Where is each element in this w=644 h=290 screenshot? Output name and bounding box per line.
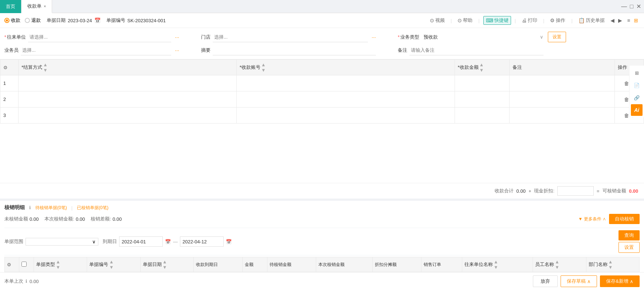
row-2-notes[interactable] bbox=[509, 91, 615, 107]
column-settings-icon[interactable]: ⚙ bbox=[3, 65, 8, 70]
discount-label: 现金折扣: bbox=[534, 188, 554, 194]
ai-icon: Ai bbox=[634, 107, 639, 113]
plus-sign: + bbox=[529, 188, 531, 194]
verify-settings-btn[interactable]: 设置 bbox=[619, 242, 640, 253]
row-3-notes[interactable] bbox=[509, 107, 615, 124]
help-label: 帮助 bbox=[463, 17, 472, 24]
vth-amount: 金额 bbox=[243, 257, 267, 272]
cal-from-icon[interactable]: 📅 bbox=[165, 239, 171, 244]
video-btn[interactable]: ⊙ 视频 bbox=[428, 16, 447, 24]
view-list-btn[interactable]: ≡ bbox=[626, 17, 632, 24]
row-2-delete-icon[interactable]: 🗑 bbox=[624, 97, 629, 102]
table-row: 1 🗑 ⊕ bbox=[0, 75, 644, 91]
save-new-btn[interactable]: 保存&新增 ∧ bbox=[600, 275, 640, 287]
nav-prev-btn[interactable]: ◀ bbox=[610, 17, 614, 23]
notes-label: 备注 bbox=[398, 47, 407, 54]
due-date-from[interactable] bbox=[119, 236, 163, 247]
nav-next-btn[interactable]: ▶ bbox=[618, 17, 622, 23]
radio-receipt[interactable]: 收款 bbox=[4, 17, 20, 24]
stat-unchecked-value: 0.00 bbox=[30, 216, 39, 222]
salesperson-input[interactable] bbox=[21, 45, 171, 55]
total-label: 收款合计 bbox=[495, 188, 514, 194]
row-2-account[interactable] bbox=[236, 91, 455, 107]
sidebar-link-icon[interactable]: 🔗 bbox=[631, 92, 643, 103]
business-type-arrow[interactable]: ∨ bbox=[540, 34, 543, 40]
row-2-payment[interactable] bbox=[19, 91, 237, 107]
row-3-amount[interactable] bbox=[455, 107, 509, 124]
tab-close-icon[interactable]: × bbox=[44, 4, 46, 8]
vth-employee: 员工名称 ▲▼ bbox=[533, 257, 586, 272]
operate-btn[interactable]: ⚙ 操作 bbox=[548, 16, 568, 24]
row-3-no: 3 bbox=[0, 107, 19, 124]
search-btn[interactable]: 查询 bbox=[619, 230, 640, 240]
shortcut-btn[interactable]: ⌨ 快捷键 bbox=[483, 16, 511, 25]
save-draft-btn[interactable]: 保存草稿 ∧ bbox=[561, 275, 597, 287]
th-account: *收款账号 ▲▼ bbox=[236, 60, 455, 75]
verify-col-settings-icon[interactable]: ⚙ bbox=[7, 262, 11, 267]
radio-refund[interactable]: 退款 bbox=[25, 17, 41, 24]
link-icon: 🔗 bbox=[634, 95, 640, 101]
help-btn[interactable]: ⊙ 帮助 bbox=[455, 16, 475, 24]
cal-to-icon[interactable]: 📅 bbox=[226, 239, 232, 244]
stat-diff-value: 0.00 bbox=[113, 216, 122, 222]
verify-table-header: ⚙ 单据类型 ▲▼ bbox=[5, 257, 640, 272]
due-date-to[interactable] bbox=[180, 236, 224, 247]
row-1-notes[interactable] bbox=[509, 75, 615, 91]
from-unit-input[interactable] bbox=[28, 32, 171, 42]
discount-input[interactable] bbox=[557, 186, 594, 196]
view-grid-btn[interactable]: ⊞ bbox=[632, 17, 640, 24]
auto-verify-btn[interactable]: 自动核销 bbox=[609, 214, 640, 224]
th-amount-label: *收款金额 bbox=[458, 64, 479, 71]
tab-receipt[interactable]: 收款单 × bbox=[21, 0, 52, 13]
row-2-amount[interactable] bbox=[455, 91, 509, 107]
tab-home[interactable]: 首页 bbox=[0, 0, 21, 13]
range-filter: 单据范围 ∨ bbox=[4, 238, 98, 246]
row-3-account[interactable] bbox=[236, 107, 455, 124]
maximize-btn[interactable]: □ bbox=[630, 3, 633, 10]
result-label: 可核销金额 bbox=[602, 188, 626, 194]
th-amount: *收款金额 ▲▼ bbox=[455, 60, 509, 75]
save-draft-arrow: ∧ bbox=[587, 279, 591, 284]
row-3-delete-icon[interactable]: 🗑 bbox=[624, 113, 629, 118]
notes-input[interactable] bbox=[409, 45, 543, 55]
stat-diff-label: 核销差额: bbox=[91, 216, 111, 222]
minimize-btn[interactable]: — bbox=[621, 3, 627, 10]
right-sidebar: ⊞ 📄 🔗 Ai bbox=[629, 66, 644, 117]
row-3-payment[interactable] bbox=[19, 107, 237, 124]
row-1-amount[interactable] bbox=[455, 75, 509, 91]
sidebar-doc-icon[interactable]: 📄 bbox=[631, 79, 643, 91]
toolbar: 收款 退款 单据日期 2023-03-24 📅 单据编号 SK-20230324… bbox=[0, 13, 644, 28]
row-1-payment[interactable] bbox=[19, 75, 237, 91]
history-btn[interactable]: 📋 历史单据 bbox=[576, 16, 607, 24]
summary-input[interactable] bbox=[213, 45, 376, 55]
salesperson-more-btn[interactable]: ··· bbox=[175, 47, 179, 53]
business-type-field: 业务类型 预收款 ∨ bbox=[398, 34, 543, 40]
last-info-icon[interactable]: ℹ bbox=[25, 279, 27, 284]
sidebar-ai-icon[interactable]: Ai bbox=[631, 104, 643, 116]
from-unit-more-btn[interactable]: ··· bbox=[175, 34, 179, 40]
abandon-btn[interactable]: 放弃 bbox=[533, 275, 558, 287]
more-filter-btn[interactable]: ▼ 更多条件 ∧ bbox=[578, 216, 606, 222]
close-btn[interactable]: ✕ bbox=[636, 3, 641, 10]
select-all-checkbox[interactable] bbox=[21, 262, 27, 267]
window-controls: — □ ✕ bbox=[621, 3, 644, 10]
sidebar-table-icon[interactable]: ⊞ bbox=[631, 67, 643, 79]
range-select[interactable]: ∨ bbox=[25, 238, 98, 246]
verify-tab-done[interactable]: 已核销单据(0笔) bbox=[77, 205, 109, 211]
verify-title: 核销明细 bbox=[4, 204, 25, 211]
verify-info-icon[interactable]: ℹ bbox=[29, 205, 31, 210]
save-new-arrow: ∧ bbox=[630, 279, 633, 284]
row-1-delete-icon[interactable]: 🗑 bbox=[624, 81, 629, 86]
store-more-btn[interactable]: ··· bbox=[372, 34, 376, 40]
verify-tab-pending[interactable]: 待核销单据(0笔) bbox=[35, 205, 67, 211]
row-1-account[interactable] bbox=[236, 75, 455, 91]
due-date-label: 到期日 bbox=[103, 238, 117, 245]
range-select-arrow: ∨ bbox=[92, 239, 96, 244]
store-input[interactable] bbox=[213, 32, 368, 42]
calendar-icon[interactable]: 📅 bbox=[94, 17, 101, 23]
vth-discount: 折扣分摊额 bbox=[373, 257, 421, 272]
settings-btn[interactable]: 设置 bbox=[548, 32, 566, 42]
vth-type: 单据类型 ▲▼ bbox=[34, 257, 87, 272]
th-notes: 备注 bbox=[509, 60, 615, 75]
print-btn[interactable]: 🖨 打印 bbox=[519, 16, 539, 24]
